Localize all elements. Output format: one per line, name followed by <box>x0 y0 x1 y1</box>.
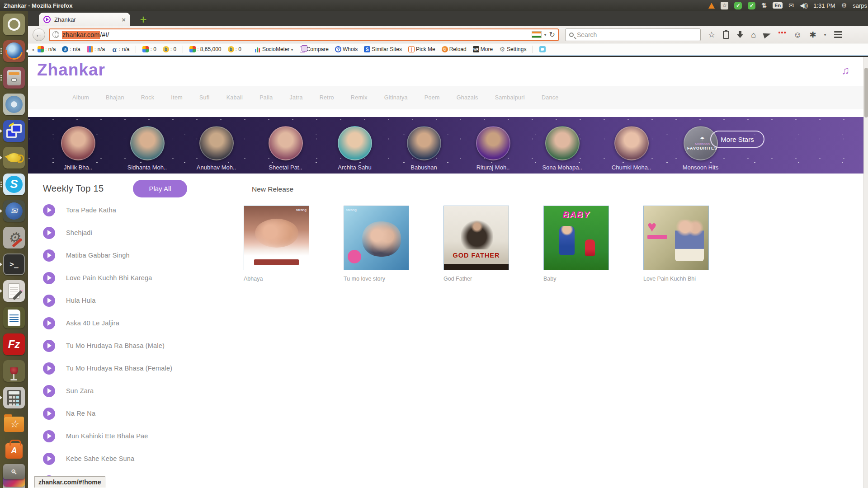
nav-item-ghazals[interactable]: Ghazals <box>457 94 478 101</box>
nav-item-retro[interactable]: Retro <box>320 94 334 101</box>
play-icon[interactable] <box>43 295 55 307</box>
nav-item-palla[interactable]: Palla <box>259 94 273 101</box>
site-logo[interactable]: Zhankar <box>37 61 105 80</box>
page-scrollbar[interactable] <box>863 57 868 488</box>
metric-google-rank[interactable]: : n/a <box>38 46 56 52</box>
launcher-filezilla[interactable]: Fz <box>0 331 28 357</box>
nav-item-jatra[interactable]: Jatra <box>289 94 302 101</box>
launcher-terminal[interactable]: >_ <box>0 251 28 277</box>
album-cover[interactable]: tarang <box>244 206 309 270</box>
launcher-firefox[interactable] <box>0 38 28 64</box>
song-row[interactable]: Kebe Sahe Kebe Suna <box>43 447 215 470</box>
play-icon[interactable] <box>43 362 55 375</box>
clock[interactable]: 1:31 PM <box>813 2 835 9</box>
play-all-button[interactable]: Play All <box>133 180 187 197</box>
metric-alpha[interactable]: α: n/a <box>111 46 129 52</box>
scrollbar-thumb[interactable] <box>864 68 868 117</box>
username[interactable]: sarps <box>853 2 867 9</box>
metric-bing-links[interactable]: b: 0 <box>228 46 241 52</box>
nav-item-gitinatya[interactable]: Gitinatya <box>384 94 408 101</box>
nav-item-rock[interactable]: Rock <box>141 94 155 101</box>
star-chumki[interactable]: Chumki Moha.. <box>597 126 666 171</box>
url-bar[interactable]: zhankar.com/#!/ ▾ ↻ <box>49 28 559 41</box>
metric-alexa[interactable]: a: n/a <box>62 46 80 52</box>
song-row[interactable]: Hula Hula <box>43 289 215 312</box>
nav-item-kabali[interactable]: Kabali <box>226 94 243 101</box>
downloads-icon[interactable] <box>737 31 743 39</box>
overflow-dots-icon[interactable] <box>778 32 786 33</box>
menu-icon[interactable] <box>834 31 842 38</box>
session-gear-icon[interactable]: ⚙ <box>841 0 847 11</box>
song-row[interactable]: Mun Kahinki Ete Bhala Pae <box>43 425 215 447</box>
song-row[interactable]: Aska 40 Le Jaljira <box>43 312 215 334</box>
similar-sites-button[interactable]: SSimilar Sites <box>364 46 402 52</box>
star-sheetal[interactable]: Sheetal Pat.. <box>251 126 320 171</box>
play-icon[interactable] <box>43 430 55 442</box>
whois-button[interactable]: ?Whois <box>335 46 358 52</box>
launcher-libreoffice-writer[interactable] <box>0 304 28 331</box>
star-rituraj[interactable]: Rituraj Moh.. <box>458 126 528 171</box>
play-icon[interactable] <box>43 408 55 420</box>
launcher-text-editor[interactable] <box>0 277 28 304</box>
skype-status-icon-2[interactable]: ✓ <box>748 2 755 9</box>
extension-icon[interactable]: ✱ <box>809 31 816 39</box>
compare-button[interactable]: Compare <box>300 46 329 52</box>
launcher-file-cabinet[interactable] <box>0 64 28 91</box>
album-cover[interactable]: GOD FATHER <box>443 206 509 270</box>
song-row[interactable]: Na Re Na <box>43 402 215 425</box>
skype-status-icon[interactable]: ✓ <box>734 2 742 9</box>
launcher-wine[interactable] <box>0 357 28 384</box>
album-cover[interactable]: tarang <box>344 206 409 270</box>
site-identity-globe-icon[interactable] <box>52 31 59 38</box>
flag-dropdown-caret-icon[interactable]: ▾ <box>544 32 547 37</box>
launcher-tea-time[interactable] <box>0 144 28 171</box>
reload-icon[interactable]: ↻ <box>549 30 555 39</box>
album-love-pain-kuchh-bhi[interactable]: ♥ Love Pain Kuchh Bhi <box>643 206 709 282</box>
song-row[interactable]: Shehjadi <box>43 221 215 244</box>
country-flag-icon[interactable] <box>532 31 542 38</box>
star-anubhav[interactable]: Anubhav Moh.. <box>182 126 251 171</box>
tab-close-icon[interactable]: × <box>122 16 126 23</box>
home-icon[interactable]: ⌂ <box>751 31 756 39</box>
play-icon[interactable] <box>43 227 55 239</box>
extension-caret-icon[interactable]: ▾ <box>824 32 826 37</box>
song-row[interactable]: Tora Pade Katha <box>43 199 215 221</box>
pick-me-button[interactable]: |Pick Me <box>408 46 435 52</box>
nav-item-sufi[interactable]: Sufi <box>199 94 210 101</box>
sync-arrows-icon[interactable]: ⇅ <box>761 0 767 11</box>
play-icon[interactable] <box>43 249 55 262</box>
album-baby[interactable]: BABY Baby <box>543 206 609 282</box>
song-row[interactable]: Matiba Gabbar Singh <box>43 244 215 267</box>
star-babushan[interactable]: Babushan <box>389 126 458 171</box>
back-button[interactable]: ← <box>33 28 45 41</box>
nav-item-album[interactable]: Album <box>72 94 89 101</box>
metric-bing-index[interactable]: b: 0 <box>163 46 176 52</box>
send-tab-icon[interactable] <box>763 31 772 38</box>
star-sidhanta[interactable]: Sidhanta Moh.. <box>113 126 182 171</box>
nav-item-remix[interactable]: Remix <box>351 94 368 101</box>
nav-item-bhajan[interactable]: Bhajan <box>106 94 124 101</box>
song-row[interactable]: Sun Zara <box>43 380 215 402</box>
toolbar-collapse-icon[interactable]: ◂ <box>32 47 34 52</box>
launcher-skype[interactable]: S <box>0 171 28 197</box>
album-cover[interactable]: ♥ <box>643 206 709 270</box>
play-icon[interactable] <box>43 385 55 397</box>
launcher-software-center[interactable]: A <box>0 437 28 464</box>
play-icon[interactable] <box>43 204 55 216</box>
forum-smiley-icon[interactable]: ☺ <box>793 31 802 39</box>
launcher-thunderbird[interactable]: ✉ <box>0 197 28 224</box>
nav-item-sambalpuri[interactable]: Sambalpuri <box>495 94 525 101</box>
music-note-icon[interactable]: ♫ <box>841 64 849 77</box>
album-tu-mo-love-story[interactable]: tarang Tu mo love story <box>344 206 409 282</box>
launcher-calculator[interactable] <box>0 384 28 411</box>
metric-google-index[interactable]: : 0 <box>142 46 156 52</box>
new-tab-button[interactable]: + <box>137 14 150 25</box>
vlc-icon[interactable] <box>708 3 715 9</box>
star-jhilik[interactable]: Jhilik Bha.. <box>43 126 113 171</box>
launcher-favorites-folder[interactable]: ☆ <box>0 411 28 437</box>
bookmark-star-icon[interactable]: ☆ <box>708 31 715 39</box>
more-stars-button[interactable]: More Stars <box>710 131 764 148</box>
more-button[interactable]: WRMore <box>473 46 493 52</box>
twitter-button[interactable] <box>539 46 546 52</box>
play-icon[interactable] <box>43 317 55 329</box>
